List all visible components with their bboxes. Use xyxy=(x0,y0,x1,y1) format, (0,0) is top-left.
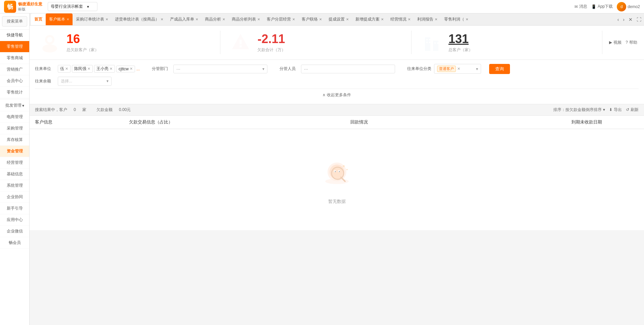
stat-card-debt: -2.11 欠款合计（万） xyxy=(220,26,411,60)
tab-close-customer-contact[interactable]: ✕ xyxy=(319,17,322,21)
quick-nav-button[interactable]: 快捷导航 xyxy=(0,30,29,41)
remove-customer-type[interactable]: ✕ xyxy=(457,67,460,71)
tab-customer-segment[interactable]: 客户分层经营 ✕ xyxy=(263,13,298,26)
message-button[interactable]: ✉ 消息 xyxy=(574,4,587,9)
tab-close-product-analysis-list[interactable]: ✕ xyxy=(257,17,260,21)
search-menu-button[interactable]: 搜索菜单 xyxy=(2,16,27,27)
sidebar-item-operations[interactable]: 经营管理 xyxy=(0,157,29,169)
svg-point-25 xyxy=(346,169,348,170)
tab-purchase-order[interactable]: 采购订单统计表 ✕ xyxy=(73,13,112,26)
filter-more-button[interactable]: ... xyxy=(136,67,140,71)
help-icon: ? xyxy=(626,40,628,45)
tab-promotion-settings[interactable]: 提成设置 ✕ xyxy=(325,13,352,26)
help-button[interactable]: ? 帮助 xyxy=(626,40,637,45)
app-download-button[interactable]: 📱 App下载 xyxy=(591,4,613,9)
tab-close-customer-account[interactable]: ✕ xyxy=(67,17,69,21)
sidebar-item-pro-member[interactable]: 畅会员 xyxy=(0,237,29,249)
tab-close-purchase-order[interactable]: ✕ xyxy=(105,17,108,21)
sidebar-item-new-guide[interactable]: 新手引导 xyxy=(0,203,29,214)
tab-product-analysis[interactable]: 商品分析 ✕ xyxy=(202,13,228,26)
logo-icon: 畅 xyxy=(4,1,16,13)
stat-info-total-customers: 131 总客户（家） xyxy=(448,32,473,53)
sidebar-item-retail-mgmt[interactable]: 零售管理 xyxy=(0,41,29,52)
user-avatar[interactable]: d demo2 xyxy=(617,2,640,11)
empty-icon xyxy=(320,154,354,194)
tab-nav-next[interactable]: › xyxy=(621,16,626,23)
unit-filter-tags: 伍 ✕ 陈民强 ✕ 王小亮 ✕ cjttcw ✕ xyxy=(58,65,140,73)
query-button[interactable]: 查询 xyxy=(489,64,510,74)
dept-dots[interactable]: ··· xyxy=(176,66,180,72)
tab-close-profit-report[interactable]: ✕ xyxy=(435,17,437,21)
sidebar-item-inventory[interactable]: 库存核算 xyxy=(0,134,29,146)
remove-unit-tag-wu[interactable]: ✕ xyxy=(65,67,68,71)
svg-point-21 xyxy=(339,171,340,172)
sidebar-item-member-center[interactable]: 会员中心 xyxy=(0,75,29,87)
export-button[interactable]: ⬇ 导出 xyxy=(609,107,622,113)
table-body: 暂无数据 xyxy=(30,129,644,230)
sidebar: 搜索菜单 快捷导航 零售管理 零售商城 营销推广 会员中心 零售统计 批发管理 … xyxy=(0,13,30,325)
sidebar-item-wholesale-mgmt[interactable]: 批发管理 ▾ xyxy=(0,100,29,111)
sidebar-item-purchase[interactable]: 采购管理 xyxy=(0,123,29,134)
sidebar-item-retail-mall[interactable]: 零售商城 xyxy=(0,52,29,64)
svg-rect-12 xyxy=(434,42,436,44)
tab-home[interactable]: 首页 xyxy=(31,13,46,26)
tab-cost-inbound[interactable]: 产成品入库单 ✕ xyxy=(167,13,202,26)
main-layout: 搜索菜单 快捷导航 零售管理 零售商城 营销推广 会员中心 零售统计 批发管理 … xyxy=(0,13,644,325)
remove-unit-tag-wang[interactable]: ✕ xyxy=(110,67,113,71)
download-icon: 📱 xyxy=(591,4,596,9)
tab-inbound-stats[interactable]: 进货单统计表（按商品） ✕ xyxy=(112,13,167,26)
debt-icon xyxy=(230,32,251,52)
sidebar-search-area: 搜索菜单 xyxy=(0,13,29,30)
industry-select[interactable]: 母婴行业演示帐套 ▾ xyxy=(48,2,97,11)
tab-close-inbound-stats[interactable]: ✕ xyxy=(161,17,163,21)
tab-customer-contact[interactable]: 客户联络 ✕ xyxy=(298,13,325,26)
person-filter-group: 分管人员 ··· xyxy=(280,65,395,73)
tab-product-analysis-list[interactable]: 商品分析列表 ✕ xyxy=(228,13,263,26)
tab-close-new-promotion[interactable]: ✕ xyxy=(381,17,384,21)
svg-rect-7 xyxy=(433,41,438,51)
sort-select[interactable]: 排序：按欠款金额倒序排序 ▾ xyxy=(553,107,605,113)
play-icon: ▶ xyxy=(609,40,612,45)
tab-new-promotion[interactable]: 新增提成方案 ✕ xyxy=(352,13,387,26)
remove-unit-tag-cjttcw[interactable]: ✕ xyxy=(130,67,133,71)
sidebar-item-system[interactable]: 系统管理 xyxy=(0,180,29,191)
person-dots[interactable]: ··· xyxy=(304,66,308,72)
sidebar-item-finance[interactable]: 资金管理 xyxy=(0,146,29,157)
sidebar-item-enterprise-wechat[interactable]: 企业微信 xyxy=(0,226,29,237)
unit-type-select[interactable]: 普通客户 ✕ ▾ xyxy=(434,64,481,74)
tab-close-retail-profit[interactable]: ✕ xyxy=(466,17,468,21)
sidebar-item-marketing[interactable]: 营销推广 xyxy=(0,64,29,75)
svg-rect-9 xyxy=(429,39,430,40)
svg-point-1 xyxy=(42,44,57,52)
tab-close-operations[interactable]: ✕ xyxy=(408,17,411,21)
balance-filter-label: 往来余额 xyxy=(35,78,54,84)
refresh-button[interactable]: ↺ 刷新 xyxy=(626,107,639,113)
tab-profit-report[interactable]: 利润报告 ✕ xyxy=(414,13,441,26)
collapse-button[interactable]: ∧ 收起更多条件 xyxy=(317,90,356,100)
video-button[interactable]: ▶ 视频 xyxy=(609,40,621,45)
col-overdue-date: 到期未收款日期 xyxy=(571,119,639,125)
tab-close-cost-inbound[interactable]: ✕ xyxy=(196,17,198,21)
tab-customer-account[interactable]: 客户账本 ✕ xyxy=(46,13,73,26)
tab-nav-close-all[interactable]: ✕ xyxy=(627,16,634,23)
dept-select[interactable]: ··· ▾ xyxy=(173,65,267,73)
tab-nav-prev[interactable]: ‹ xyxy=(616,16,620,23)
stat-header-actions: ▶ 视频 ? 帮助 xyxy=(602,26,644,60)
tab-close-customer-segment[interactable]: ✕ xyxy=(292,17,295,21)
person-select[interactable]: ··· xyxy=(301,65,395,73)
tab-close-promotion-settings[interactable]: ✕ xyxy=(346,17,349,21)
tab-nav-maximize[interactable]: ⛶ xyxy=(635,16,643,23)
chevron-down-icon: ▾ xyxy=(87,4,89,9)
sidebar-item-retail-stats[interactable]: 零售统计 xyxy=(0,87,29,98)
tab-close-product-analysis[interactable]: ✕ xyxy=(222,17,225,21)
balance-select[interactable]: 选择... ▾ xyxy=(58,77,112,86)
logo-text: 畅捷通好生意 标版 xyxy=(18,2,42,12)
sidebar-item-app-center[interactable]: 应用中心 xyxy=(0,214,29,226)
filter-area: 往来单位 伍 ✕ 陈民强 ✕ 王小亮 ✕ xyxy=(30,60,644,104)
tab-retail-profit[interactable]: 零售利润（ ✕ xyxy=(441,13,472,26)
remove-unit-tag-chen[interactable]: ✕ xyxy=(87,67,90,71)
tab-operations[interactable]: 经营情况 ✕ xyxy=(387,13,414,26)
sidebar-item-enterprise-collab[interactable]: 企业协同 xyxy=(0,191,29,203)
sidebar-item-ecommerce[interactable]: 电商管理 xyxy=(0,111,29,123)
sidebar-item-basic-info[interactable]: 基础信息 xyxy=(0,169,29,180)
